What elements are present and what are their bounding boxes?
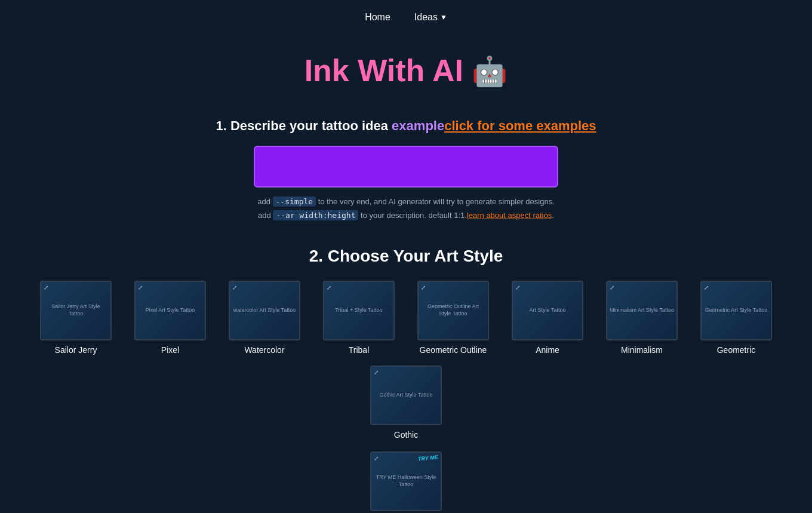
style-item-geometric-outline[interactable]: ⤢Geometric Outline Art Style TattooGeome… [411,281,495,355]
expand-icon: ⤢ [44,284,48,291]
expand-icon: ⤢ [704,284,709,291]
expand-icon: ⤢ [515,284,520,291]
expand-icon: ⤢ [421,284,426,291]
style-label-geometric-outline: Geometric Outline [420,345,487,355]
expand-icon: ⤢ [374,369,379,376]
style-label-minimalism: Minimalism [621,345,663,355]
expand-icon: ⤢ [232,284,237,291]
expand-icon: ⤢ [374,455,379,462]
main-nav: Home Ideas ▼ [0,0,812,29]
styles-grid: ⤢Sailor Jerry Art Style TattooSailor Jer… [0,278,812,513]
hero-title: Ink With AI 🤖 [0,53,812,88]
aspect-ratio-link[interactable]: learn about aspect ratios [467,211,552,220]
nav-home[interactable]: Home [365,12,390,23]
section2-heading: 2. Choose Your Art Style [0,247,812,266]
nav-ideas[interactable]: Ideas ▼ [414,12,447,23]
expand-icon: ⤢ [610,284,614,291]
textarea-wrapper [0,146,812,188]
simple-flag: --simple [273,196,316,207]
style-item-anime[interactable]: ⤢Art Style TattooAnime [506,281,589,355]
robot-icon: 🤖 [472,56,508,87]
style-item-halloween[interactable]: ⤢TRY METRY ME Halloween Style TattooHall… [364,451,448,513]
style-item-geometric[interactable]: ⤢Geometric Art Style TattooGeometric [694,281,778,355]
ar-flag: --ar width:height [273,210,358,220]
style-item-tribal[interactable]: ⤢Tribal + Style TattooTribal [317,281,401,355]
chevron-down-icon: ▼ [440,13,447,21]
expand-icon: ⤢ [327,284,331,291]
style-item-sailor-jerry[interactable]: ⤢Sailor Jerry Art Style TattooSailor Jer… [34,281,118,355]
style-label-geometric: Geometric [717,345,756,355]
style-label-anime: Anime [536,345,559,355]
expand-icon: ⤢ [138,284,143,291]
style-label-pixel: Pixel [161,345,179,355]
style-item-pixel[interactable]: ⤢Pixel Art Style TattooPixel [128,281,212,355]
hero-text: Ink With AI [304,53,463,88]
style-item-minimalism[interactable]: ⤢Minimalism Art Style TattooMinimalism [600,281,684,355]
style-label-sailor-jerry: Sailor Jerry [55,345,97,355]
section1-heading: 1. Describe your tattoo idea exampleclic… [0,118,812,134]
click-examples-link[interactable]: click for some examples [444,118,596,133]
example-link[interactable]: example [392,118,444,133]
style-label-gothic: Gothic [394,430,418,440]
style-item-watercolor[interactable]: ⤢watercolor Art Style TattooWatercolor [223,281,306,355]
tattoo-idea-input[interactable] [254,146,558,188]
hints-section: add --simple to the very end, and AI gen… [0,195,812,223]
style-label-watercolor: Watercolor [244,345,284,355]
style-label-tribal: Tribal [349,345,370,355]
style-item-gothic[interactable]: ⤢Gothic Art Style TattooGothic [364,365,448,440]
